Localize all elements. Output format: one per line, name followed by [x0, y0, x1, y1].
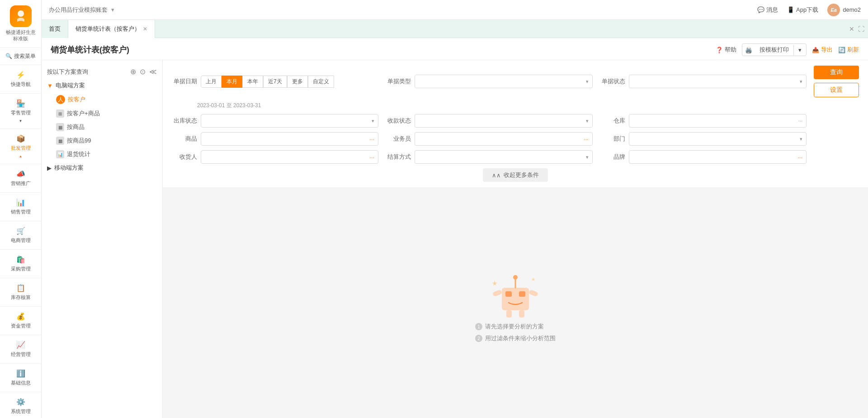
sidebar-item-xiaoshou[interactable]: 📊 销售管理 [0, 193, 41, 221]
pc-section-label: 电脑端方案 [56, 81, 85, 90]
svg-point-5 [513, 275, 518, 280]
query-btn[interactable]: 查询 [814, 66, 859, 79]
sidebar-item-zijin[interactable]: 💰 资金管理 [0, 307, 41, 335]
settlement-select[interactable]: ▾ [415, 150, 592, 164]
settlement-control[interactable]: ▾ [415, 150, 592, 164]
warehouse-select[interactable]: ··· [629, 114, 807, 128]
user-menu[interactable]: Ea demo2 [827, 4, 861, 16]
close-window-icon[interactable]: ✕ [849, 25, 854, 33]
sidebar-item-jingying[interactable]: 📈 经营管理 [0, 335, 41, 364]
tree-item-return-stats[interactable]: 📊 退货统计 [42, 147, 162, 161]
date-btn-more[interactable]: 更多 [287, 76, 308, 88]
export-btn[interactable]: 📤 导出 [812, 46, 833, 54]
svg-rect-3 [519, 291, 525, 297]
goods-select[interactable]: ··· [201, 132, 378, 146]
department-select[interactable]: ▾ [629, 132, 807, 146]
sidebar-item-yingxiao[interactable]: 📣 营销推广 [0, 164, 41, 193]
logo-icon [10, 5, 32, 27]
edit-scheme-icon[interactable]: ⊙ [140, 67, 146, 76]
sidebar-item-dianshang[interactable]: 🛒 电商管理 [0, 221, 41, 250]
date-btn-this-month[interactable]: 本月 [222, 76, 242, 88]
empty-state-hints: 1 请先选择要分析的方案 2 用过滤条件来缩小分析范围 [475, 323, 556, 342]
tree-item-customer-goods[interactable]: ⊞ 按客户+商品 [42, 107, 162, 120]
tree-item-goods99[interactable]: ▦ 按商品99 [42, 134, 162, 147]
order-type-select[interactable]: ▾ [415, 75, 592, 88]
collapse-row: ∧∧ 收起更多条件 [172, 166, 859, 182]
sidebar-item-pifa[interactable]: 📦 批发管理 ▲ [0, 129, 41, 164]
svg-rect-7 [519, 310, 524, 318]
help-icon: ❓ [716, 47, 723, 53]
print-btn-group: 🖨️ 按模板打印 ▾ [742, 43, 807, 56]
receiver-select[interactable]: ··· [201, 150, 378, 164]
sidebar-item-kucun[interactable]: 📋 库存核算 [0, 278, 41, 307]
tree-section-mobile[interactable]: ▶ 移动端方案 [42, 161, 162, 175]
brand-select[interactable]: ··· [629, 150, 807, 164]
add-scheme-icon[interactable]: ⊕ [130, 67, 136, 76]
tree-item-by-customer[interactable]: 人 按客户 [42, 92, 162, 107]
collapse-panel-icon[interactable]: ≪ [149, 67, 157, 76]
out-status-control[interactable]: ▾ [201, 114, 378, 128]
maximize-icon[interactable]: ⛶ [858, 25, 864, 33]
department-control[interactable]: ▾ [629, 132, 807, 146]
header-right: 💬 消息 📱 App下载 Ea demo2 [757, 4, 861, 16]
message-icon: 💬 [757, 6, 764, 13]
sidebar-item-kuaijie[interactable]: ⚡ 快捷导航 [0, 65, 41, 94]
date-btn-this-year[interactable]: 本年 [242, 76, 263, 88]
help-btn[interactable]: ❓ 帮助 [716, 46, 736, 54]
print-dropdown-arrow[interactable]: ▾ [793, 45, 806, 55]
print-label[interactable]: 按模板打印 [755, 44, 793, 56]
tree-section-pc[interactable]: ▼ 电脑端方案 [42, 79, 162, 92]
refresh-btn[interactable]: 🔄 刷新 [838, 46, 859, 54]
search-menu[interactable]: 🔍 搜索菜单 [0, 48, 41, 65]
order-status-control[interactable]: ▾ [629, 75, 807, 88]
export-icon: 📤 [812, 47, 819, 53]
date-btn-custom[interactable]: 自定义 [308, 76, 334, 88]
tree-item-goods[interactable]: ▦ 按商品 [42, 120, 162, 134]
out-status-select[interactable]: ▾ [201, 114, 378, 128]
date-group: 上月 本月 本年 近7天 更多 自定义 [201, 76, 378, 88]
date-btn-last-month[interactable]: 上月 [201, 76, 222, 88]
brand-control[interactable]: ··· [629, 150, 807, 164]
dropdown-arrow-icon[interactable]: ▾ [111, 6, 114, 13]
order-type-control[interactable]: ▾ [415, 75, 592, 88]
receiver-dots: ··· [369, 154, 374, 161]
salesperson-dots: ··· [584, 136, 589, 142]
app-download-btn[interactable]: 📱 App下载 [787, 6, 818, 14]
tab-home[interactable]: 首页 [42, 20, 68, 38]
order-type-arrow-icon: ▾ [586, 79, 589, 85]
goods-control[interactable]: ··· [201, 132, 378, 146]
svg-rect-1 [502, 288, 529, 310]
receiver-label: 收货人 [172, 153, 197, 161]
tab-sales-stats[interactable]: 销货单统计表（按客户） ✕ [68, 20, 155, 38]
receipt-status-select[interactable]: ▾ [415, 114, 592, 128]
message-btn[interactable]: 💬 消息 [757, 6, 778, 14]
hint-num-2: 2 [475, 335, 482, 342]
tab-close-icon[interactable]: ✕ [143, 26, 147, 32]
lingshou-icon: 🏪 [16, 99, 25, 108]
warehouse-control[interactable]: ··· [629, 114, 807, 128]
out-status-arrow-icon: ▾ [372, 118, 374, 124]
order-status-label: 单据状态 [600, 77, 625, 86]
date-btn-7days[interactable]: 近7天 [263, 76, 287, 88]
sidebar-item-xitong[interactable]: ⚙️ 系统管理 [0, 392, 41, 418]
sidebar-item-lingshou[interactable]: 🏪 零售管理 ▼ [0, 94, 41, 129]
order-status-select[interactable]: ▾ [629, 75, 807, 88]
goods-dots: ··· [369, 136, 374, 142]
salesperson-select[interactable]: ··· [415, 132, 592, 146]
collapse-btn[interactable]: ∧∧ 收起更多条件 [483, 168, 548, 182]
filter-warehouse: 仓库 ··· [600, 114, 807, 128]
sidebar-item-jichu[interactable]: ℹ️ 基础信息 [0, 364, 41, 392]
svg-text:★: ★ [531, 277, 535, 282]
hint-2: 2 用过滤条件来缩小分析范围 [475, 334, 556, 342]
filter-out-status: 出库状态 ▾ [172, 114, 378, 128]
svg-rect-2 [505, 291, 512, 297]
receipt-status-control[interactable]: ▾ [415, 114, 592, 128]
header-left: 办公用品行业模拟账套 ▾ [49, 6, 114, 14]
chart-icon: 📊 [56, 150, 64, 158]
receiver-control[interactable]: ··· [201, 150, 378, 164]
sidebar-item-caigou[interactable]: 🛍️ 采购管理 [0, 250, 41, 278]
salesperson-control[interactable]: ··· [415, 132, 592, 146]
settings-btn[interactable]: 设置 [814, 83, 859, 97]
filter-receipt-status: 收款状态 ▾ [386, 114, 592, 128]
kucun-icon: 📋 [16, 284, 25, 292]
